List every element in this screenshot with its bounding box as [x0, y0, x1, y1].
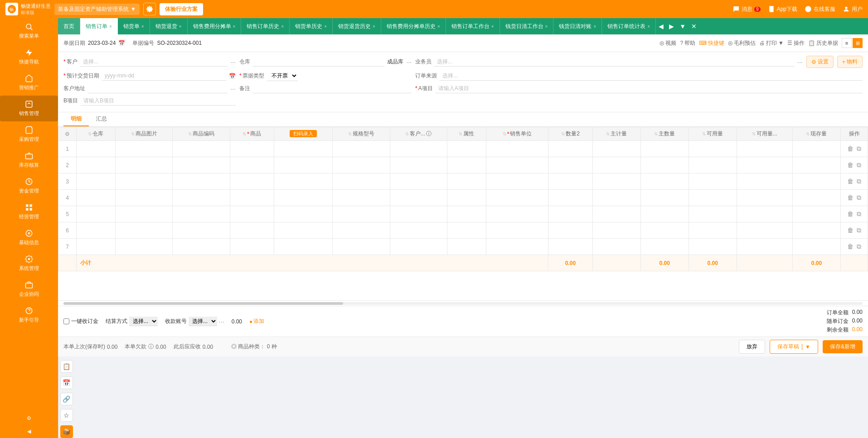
- tab-detail[interactable]: 明细: [63, 112, 89, 126]
- row-code-1[interactable]: [173, 141, 230, 157]
- row-copy-2[interactable]: ⧉: [857, 161, 861, 168]
- staff-dots[interactable]: ···: [797, 58, 803, 66]
- sidebar-item-finance[interactable]: 资金管理: [0, 173, 58, 199]
- a-project-input[interactable]: [436, 84, 863, 93]
- scroll-thumb[interactable]: [63, 302, 343, 305]
- row-cust-code-1[interactable]: [390, 141, 447, 157]
- tab-sales-stat[interactable]: 销售订单统计表 ×: [602, 18, 656, 34]
- scan-button-header[interactable]: 扫码录入: [290, 130, 317, 137]
- online-service-icon[interactable]: 在线客服: [805, 5, 835, 13]
- sidebar-item-system[interactable]: 系统管理: [0, 250, 58, 276]
- tab-close-order-workbench[interactable]: ×: [491, 24, 494, 29]
- row-warehouse-1[interactable]: [77, 141, 116, 157]
- tab-close-return-history[interactable]: ×: [324, 24, 327, 29]
- settings-icon[interactable]: [143, 3, 156, 15]
- tab-nav-prev[interactable]: ◀: [656, 23, 666, 30]
- grid-view-btn[interactable]: ⊞: [853, 38, 863, 48]
- right-panel-icon-orange[interactable]: 📦: [60, 425, 73, 438]
- tab-cash-reconcile[interactable]: 钱货日清对账 ×: [553, 18, 602, 34]
- tab-close-return-goods[interactable]: ×: [179, 24, 182, 29]
- tab-close-sales-stat[interactable]: ×: [647, 24, 650, 29]
- tab-sales-expense[interactable]: 销售费用分摊单 ×: [188, 18, 242, 34]
- row-scan-1[interactable]: [274, 141, 333, 157]
- row-avail-1[interactable]: [689, 141, 737, 157]
- sidebar-item-marketing[interactable]: 营销推广: [0, 70, 58, 96]
- sidebar-item-quicknav[interactable]: 快捷导航: [0, 44, 58, 70]
- date-picker-icon[interactable]: 📅: [118, 40, 125, 46]
- save-new-button[interactable]: 保存&新增: [823, 340, 863, 353]
- help-btn[interactable]: ? 帮助: [680, 39, 695, 47]
- list-view-btn[interactable]: ≡: [842, 38, 852, 48]
- row-delete-6[interactable]: 🗑: [847, 226, 853, 234]
- b-project-input[interactable]: [81, 96, 236, 106]
- sidebar-item-operation[interactable]: 经营管理: [0, 199, 58, 225]
- row-unit-1[interactable]: [486, 141, 548, 157]
- message-icon[interactable]: 消息 9: [732, 5, 761, 13]
- customer-dots[interactable]: ···: [230, 58, 236, 66]
- row-delete-1[interactable]: 🗑: [847, 145, 853, 152]
- tab-home[interactable]: 首页: [58, 18, 80, 34]
- row-stock-1[interactable]: [792, 141, 840, 157]
- add-goods-btn[interactable]: + 物料: [837, 56, 863, 68]
- sidebar-settings-btn[interactable]: ⚙: [0, 412, 58, 425]
- row-delete-4[interactable]: 🗑: [847, 194, 853, 201]
- order-source-input[interactable]: [440, 71, 863, 81]
- system-selector[interactable]: 装备及固定资产辅助管理系统 ▼: [54, 4, 140, 15]
- row-copy-4[interactable]: ⧉: [857, 194, 861, 201]
- view-btn[interactable]: ◎ 视频: [659, 39, 676, 47]
- app-download-icon[interactable]: App下载: [768, 5, 797, 13]
- staff-input[interactable]: [434, 57, 795, 67]
- sidebar-item-enterprise[interactable]: 企业协同: [0, 276, 58, 302]
- right-panel-icon-clipboard[interactable]: 📋: [60, 360, 73, 373]
- user-avatar[interactable]: 用户: [843, 5, 863, 13]
- one-click-checkbox[interactable]: [63, 318, 69, 324]
- sidebar-item-sales[interactable]: 销售管理: [0, 96, 58, 121]
- address-dots[interactable]: ···: [230, 85, 236, 92]
- th-gear[interactable]: ⚙: [58, 127, 77, 141]
- account-dots[interactable]: ···: [219, 318, 224, 325]
- tab-close-order-history[interactable]: ×: [281, 24, 284, 29]
- tab-sales-order[interactable]: 销售订单 ×: [80, 18, 118, 34]
- tab-return-goods-history[interactable]: 销货退货历史 ×: [333, 18, 381, 34]
- row-qty2-1[interactable]: [548, 141, 592, 157]
- row-main-unit-1[interactable]: [592, 141, 640, 157]
- warehouse-dots[interactable]: ···: [406, 58, 412, 66]
- invoice-type-select[interactable]: 不开票: [267, 71, 298, 81]
- tab-sales-return[interactable]: 销货单 ×: [118, 18, 150, 34]
- row-image-1[interactable]: [115, 141, 172, 157]
- tab-close-cash-daily[interactable]: ×: [545, 24, 548, 29]
- right-panel-icon-link[interactable]: 🔗: [60, 393, 73, 405]
- right-panel-icon-star[interactable]: ☆: [60, 409, 73, 422]
- row-copy-5[interactable]: ⧉: [857, 210, 861, 217]
- tab-close-sales-return[interactable]: ×: [141, 24, 144, 29]
- tab-summary[interactable]: 汇总: [89, 112, 114, 126]
- tab-order-workbench[interactable]: 销售订单工作台 ×: [446, 18, 500, 34]
- address-input[interactable]: [88, 84, 228, 93]
- discard-button[interactable]: 放弃: [739, 340, 765, 354]
- row-delete-5[interactable]: 🗑: [847, 210, 853, 217]
- tab-close-return-goods-history[interactable]: ×: [373, 24, 375, 29]
- solution-button[interactable]: 体验行业方案: [160, 3, 203, 15]
- row-copy-1[interactable]: ⧉: [857, 145, 861, 152]
- tab-close-all[interactable]: ✕: [689, 23, 699, 30]
- delivery-date-input[interactable]: [102, 71, 226, 81]
- tab-cash-daily[interactable]: 钱货日清工作台 ×: [500, 18, 554, 34]
- tab-expense-history[interactable]: 销售费用分摊单历史 ×: [381, 18, 446, 34]
- delivery-date-icon[interactable]: 📅: [229, 73, 236, 79]
- tab-nav-next[interactable]: ▶: [666, 23, 677, 30]
- tab-close-sales-expense[interactable]: ×: [233, 24, 236, 29]
- row-product-1[interactable]: [230, 141, 274, 157]
- tab-menu-btn[interactable]: ▼: [677, 23, 689, 30]
- warehouse-input[interactable]: [253, 57, 384, 67]
- sidebar-item-search[interactable]: 搜索菜单: [0, 18, 58, 44]
- right-panel-icon-calendar[interactable]: 📅: [60, 376, 73, 389]
- row-copy-3[interactable]: ⧉: [857, 178, 861, 185]
- tab-close-cash-reconcile[interactable]: ×: [593, 24, 596, 29]
- operation-btn[interactable]: ☰ 操作: [787, 39, 805, 47]
- tab-return-history[interactable]: 销货单历史 ×: [290, 18, 333, 34]
- preview-btn[interactable]: ◎ 毛利预估: [728, 39, 756, 47]
- sidebar-item-inventory[interactable]: 库存核算: [0, 147, 58, 173]
- row-avail2-1[interactable]: [737, 141, 792, 157]
- tab-close-expense-history[interactable]: ×: [437, 24, 440, 29]
- add-btn[interactable]: ● 添加: [249, 318, 264, 325]
